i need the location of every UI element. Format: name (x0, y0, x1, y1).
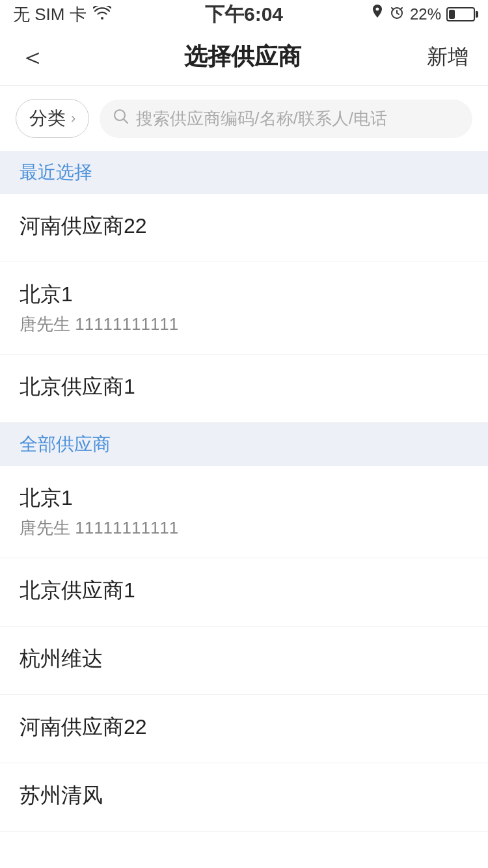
wifi-icon (93, 5, 111, 25)
supplier-name: 北京供应商1 (20, 576, 468, 605)
battery-percentage: 22% (410, 5, 441, 23)
supplier-name: 河南供应商22 (20, 713, 468, 742)
supplier-name: 河南供应商22 (20, 212, 468, 241)
nav-bar: ＜ 选择供应商 新增 (0, 29, 488, 86)
supplier-sub: 唐先生 11111111111 (20, 517, 468, 539)
recent-section-label: 最近选择 (20, 162, 92, 182)
category-filter[interactable]: 分类 › (16, 99, 89, 138)
category-label: 分类 (29, 106, 66, 131)
status-time: 下午6:04 (205, 1, 283, 28)
list-item[interactable]: 北京1 唐先生 11111111111 (0, 466, 488, 558)
list-item[interactable]: 北京供应商1 (0, 558, 488, 627)
supplier-sub: 唐先生 11111111111 (20, 313, 468, 336)
list-item[interactable]: 北京1 唐先生 11111111111 (0, 262, 488, 355)
alarm-icon (389, 5, 405, 24)
all-items-list: 北京1 唐先生 11111111111 北京供应商1 杭州维达 河南供应商22 … (0, 466, 488, 832)
chevron-right-icon: › (71, 110, 75, 127)
back-button[interactable]: ＜ (20, 39, 59, 75)
list-item[interactable]: 河南供应商22 (0, 194, 488, 262)
list-item[interactable]: 北京供应商1 (0, 355, 488, 423)
status-right: 22% (371, 5, 475, 24)
search-bar[interactable]: 搜索供应商编码/名称/联系人/电话 (100, 100, 472, 138)
filter-bar: 分类 › 搜索供应商编码/名称/联系人/电话 (0, 86, 488, 151)
add-button[interactable]: 新增 (427, 43, 468, 72)
supplier-name: 北京1 (20, 280, 468, 309)
supplier-name: 北京1 (20, 484, 468, 513)
status-left: 无 SIM 卡 (13, 3, 111, 26)
recent-section-header: 最近选择 (0, 151, 488, 194)
search-icon (113, 108, 129, 129)
battery-icon (446, 7, 475, 21)
all-section-label: 全部供应商 (20, 434, 111, 454)
list-item[interactable]: 河南供应商22 (0, 695, 488, 763)
page-title: 选择供应商 (184, 41, 301, 73)
supplier-name: 北京供应商1 (20, 373, 468, 401)
recent-items-list: 河南供应商22 北京1 唐先生 11111111111 北京供应商1 (0, 194, 488, 423)
list-item[interactable]: 杭州维达 (0, 627, 488, 695)
supplier-name: 苏州清风 (20, 781, 468, 810)
all-section-header: 全部供应商 (0, 423, 488, 466)
list-item[interactable]: 苏州清风 (0, 763, 488, 832)
carrier-text: 无 SIM 卡 (13, 3, 87, 26)
location-icon (371, 5, 384, 24)
status-bar: 无 SIM 卡 下午6:04 22% (0, 0, 488, 29)
search-placeholder: 搜索供应商编码/名称/联系人/电话 (136, 107, 387, 130)
supplier-name: 杭州维达 (20, 645, 468, 673)
